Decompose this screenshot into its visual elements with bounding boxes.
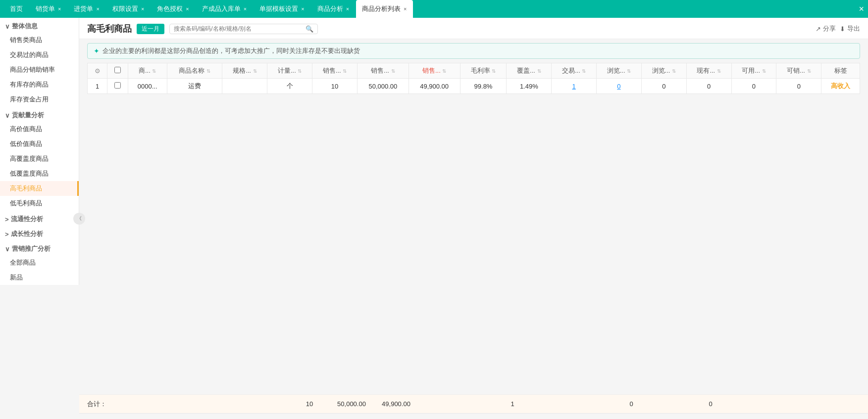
- row-name[interactable]: 运费: [167, 79, 222, 94]
- sidebar-item-low-margin[interactable]: 低毛利商品: [0, 196, 79, 211]
- col-views2[interactable]: 浏览... ⇅: [641, 63, 686, 79]
- sidebar-group-growth[interactable]: > 成长性分析: [0, 226, 79, 240]
- sidebar-collapse-button[interactable]: 《: [73, 213, 85, 225]
- sort-icon[interactable]: ⇅: [152, 68, 156, 74]
- sort-icon[interactable]: ⇅: [582, 68, 586, 74]
- row-transactions: 1: [552, 79, 597, 94]
- row-sales-amt: 50,000.00: [357, 79, 408, 94]
- close-all-tabs[interactable]: ×: [859, 4, 864, 14]
- row-available: 0: [731, 79, 776, 94]
- col-spec[interactable]: 规格... ⇅: [222, 63, 267, 79]
- sort-icon[interactable]: ⇅: [627, 68, 631, 74]
- transaction-link[interactable]: 1: [572, 83, 576, 90]
- sidebar-item-traded-goods[interactable]: 交易过的商品: [0, 47, 79, 62]
- close-icon[interactable]: ×: [301, 0, 304, 18]
- col-sales-amt[interactable]: 销售... ⇅: [357, 63, 408, 79]
- col-gross-margin[interactable]: 毛利率 ⇅: [460, 63, 507, 79]
- sort-icon[interactable]: ⇅: [391, 68, 395, 74]
- col-checkbox[interactable]: [107, 63, 128, 79]
- sidebar-item-all-goods[interactable]: 全部商品: [0, 255, 79, 270]
- chevron-down-icon: ∨: [5, 112, 10, 119]
- col-unit[interactable]: 计量... ⇅: [267, 63, 312, 79]
- select-all-checkbox[interactable]: [114, 67, 121, 73]
- col-name[interactable]: 商品名称 ⇅: [167, 63, 222, 79]
- sidebar-item-high-coverage[interactable]: 高覆盖度商品: [0, 151, 79, 166]
- footer-summary: 合计： 10 50,000.00 49,900.00 1 0 0: [79, 394, 868, 413]
- sidebar-item-low-value[interactable]: 低价值商品: [0, 137, 79, 151]
- close-icon[interactable]: ×: [96, 0, 99, 18]
- sidebar-group-overall[interactable]: ∨ 整体信息: [0, 18, 79, 33]
- tab-template-settings[interactable]: 单据模板设置 ×: [254, 0, 310, 18]
- col-saleable[interactable]: 可销... ⇅: [776, 63, 821, 79]
- sidebar-item-low-coverage[interactable]: 低覆盖度商品: [0, 166, 79, 181]
- tab-permission-settings[interactable]: 权限设置 ×: [106, 0, 150, 18]
- row-index: 1: [88, 79, 107, 94]
- sort-icon[interactable]: ⇅: [807, 68, 811, 74]
- time-filter-button[interactable]: 近一月: [137, 24, 164, 34]
- sidebar-item-high-value[interactable]: 高价值商品: [0, 122, 79, 137]
- tab-role-auth[interactable]: 角色授权 ×: [151, 0, 195, 18]
- close-icon[interactable]: ×: [346, 0, 349, 18]
- close-icon[interactable]: ×: [404, 0, 407, 18]
- col-tag[interactable]: 标签: [821, 63, 860, 79]
- sort-icon[interactable]: ⇅: [717, 68, 721, 74]
- close-icon[interactable]: ×: [141, 0, 144, 18]
- row-checkbox[interactable]: [107, 79, 128, 94]
- sidebar-item-high-margin[interactable]: 高毛利商品: [0, 181, 79, 196]
- views1-link[interactable]: 0: [617, 83, 620, 90]
- close-icon[interactable]: ×: [58, 0, 61, 18]
- sidebar-group-contribution[interactable]: ∨ 贡献量分析: [0, 107, 79, 122]
- col-settings[interactable]: ⚙: [88, 63, 107, 79]
- col-views1[interactable]: 浏览... ⇅: [597, 63, 642, 79]
- info-icon: ✦: [94, 47, 100, 55]
- settings-icon[interactable]: ⚙: [95, 67, 101, 75]
- data-table: ⚙ 商... ⇅ 商品名称 ⇅ 规格... ⇅ 计量... ⇅ 销售... ⇅ …: [87, 63, 860, 94]
- horizontal-scrollbar[interactable]: [79, 413, 868, 419]
- sort-icon[interactable]: ⇅: [492, 68, 496, 74]
- col-sales-profit[interactable]: 销售... ⇅: [408, 63, 460, 79]
- row-saleable: 0: [776, 79, 821, 94]
- tab-home[interactable]: 首页: [4, 0, 29, 18]
- share-button[interactable]: ↗ 分享: [816, 24, 836, 33]
- tab-product-analysis-list[interactable]: 商品分析列表 ×: [356, 0, 412, 18]
- close-icon[interactable]: ×: [186, 0, 189, 18]
- sort-icon[interactable]: ⇅: [762, 68, 766, 74]
- col-current-stock[interactable]: 现有... ⇅: [686, 63, 731, 79]
- sidebar-group-marketing[interactable]: ∨ 营销推广分析: [0, 240, 79, 255]
- search-icon[interactable]: 🔍: [306, 25, 313, 33]
- sort-icon[interactable]: ⇅: [206, 68, 210, 74]
- sort-icon[interactable]: ⇅: [298, 68, 302, 74]
- row-current-stock: 0: [686, 79, 731, 94]
- row-unit: 个: [267, 79, 312, 94]
- close-icon[interactable]: ×: [244, 0, 247, 18]
- sort-icon[interactable]: ⇅: [537, 68, 541, 74]
- sort-icon[interactable]: ⇅: [672, 68, 676, 74]
- sidebar-item-stock-capital[interactable]: 库存资金占用: [0, 92, 79, 107]
- search-input[interactable]: [174, 25, 306, 32]
- footer-label: 合计：: [87, 400, 106, 409]
- sidebar-item-distribution-rate[interactable]: 商品分销助销率: [0, 62, 79, 77]
- col-available[interactable]: 可用... ⇅: [731, 63, 776, 79]
- sidebar-item-in-stock-goods[interactable]: 有库存的商品: [0, 77, 79, 92]
- row-sales-profit: 49,900.00: [408, 79, 460, 94]
- sort-icon[interactable]: ⇅: [442, 68, 446, 74]
- col-coverage[interactable]: 覆盖... ⇅: [507, 63, 552, 79]
- export-button[interactable]: ⬇ 导出: [840, 24, 860, 33]
- col-code[interactable]: 商... ⇅: [128, 63, 167, 79]
- sort-icon[interactable]: ⇅: [253, 68, 257, 74]
- col-sales-qty[interactable]: 销售... ⇅: [312, 63, 357, 79]
- tab-product-analysis[interactable]: 商品分析 ×: [311, 0, 355, 18]
- sidebar-item-new-goods[interactable]: 新品: [0, 270, 79, 285]
- tab-sales-order[interactable]: 销货单 ×: [30, 0, 67, 18]
- row-gross-margin: 99.8%: [460, 79, 507, 94]
- row-code[interactable]: 0000...: [128, 79, 167, 94]
- sidebar-group-liquidity[interactable]: > 流通性分析: [0, 211, 79, 226]
- sort-icon[interactable]: ⇅: [343, 68, 347, 74]
- row-tag: 高收入: [821, 79, 860, 94]
- tab-purchase-order[interactable]: 进货单 ×: [68, 0, 105, 18]
- tab-product-inbound[interactable]: 产成品入库单 ×: [196, 0, 253, 18]
- sidebar-item-sales-goods[interactable]: 销售类商品: [0, 33, 79, 47]
- col-transactions[interactable]: 交易... ⇅: [552, 63, 597, 79]
- share-icon: ↗: [816, 25, 821, 33]
- row-select-checkbox[interactable]: [114, 82, 121, 89]
